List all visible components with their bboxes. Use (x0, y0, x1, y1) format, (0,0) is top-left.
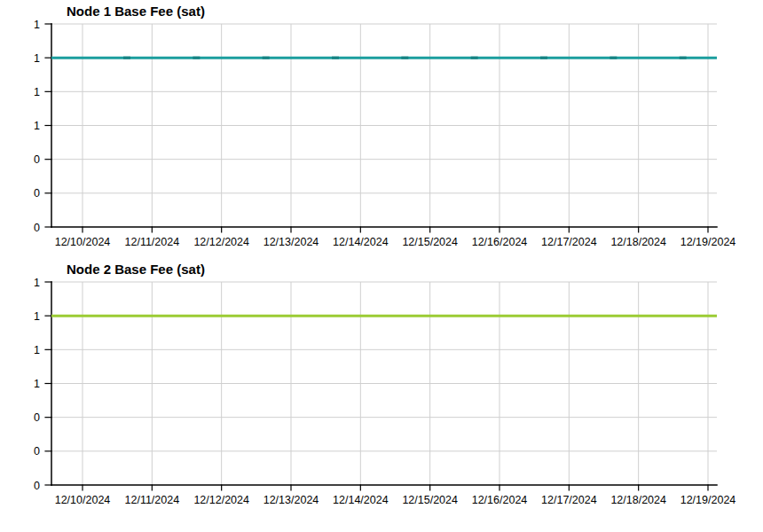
axes (45, 24, 717, 232)
chart-node-2-base-fee: Node 2 Base Fee (sat) 111100012/10/20241… (0, 258, 763, 516)
y-tick-label: 0 (34, 222, 40, 234)
x-tick-label: 12/13/2024 (264, 494, 319, 506)
x-tick-label: 12/10/2024 (55, 494, 111, 506)
x-tick-label: 12/18/2024 (610, 494, 666, 506)
gridlines (52, 282, 717, 485)
y-tick-labels: 1111000 (34, 19, 40, 234)
x-tick-label: 12/19/2024 (680, 236, 736, 248)
x-tick-label: 12/14/2024 (333, 494, 389, 506)
chart-plot-node-1: 111100012/10/202412/11/202412/12/202412/… (0, 0, 763, 258)
x-tick-label: 12/12/2024 (193, 236, 249, 248)
y-tick-label: 0 (34, 411, 40, 424)
x-tick-label: 12/11/2024 (125, 494, 180, 506)
chart-node-1-base-fee: Node 1 Base Fee (sat) 111100012/10/20241… (0, 0, 763, 258)
y-tick-label: 1 (34, 52, 40, 65)
x-tick-label: 12/13/2024 (264, 236, 319, 248)
y-tick-label: 0 (34, 187, 40, 200)
y-tick-label: 1 (34, 378, 40, 390)
x-tick-label: 12/17/2024 (541, 236, 597, 248)
y-tick-label: 0 (34, 153, 40, 166)
x-tick-labels: 12/10/202412/11/202412/12/202412/13/2024… (55, 494, 736, 506)
charts-page: Node 1 Base Fee (sat) 111100012/10/20241… (0, 0, 763, 532)
y-tick-label: 1 (34, 310, 40, 323)
x-tick-label: 12/14/2024 (333, 236, 389, 248)
y-tick-label: 1 (34, 344, 40, 356)
x-tick-label: 12/17/2024 (541, 494, 597, 506)
x-tick-label: 12/15/2024 (402, 236, 458, 248)
gridlines (52, 24, 717, 227)
x-tick-label: 12/11/2024 (125, 236, 180, 248)
chart-plot-node-2: 111100012/10/202412/11/202412/12/202412/… (0, 258, 763, 516)
x-tick-label: 12/16/2024 (472, 494, 528, 506)
x-tick-labels: 12/10/202412/11/202412/12/202412/13/2024… (55, 236, 736, 248)
y-tick-label: 1 (34, 277, 40, 289)
y-tick-label: 1 (34, 86, 40, 98)
x-tick-label: 12/16/2024 (472, 236, 528, 248)
axes (45, 282, 717, 490)
x-tick-label: 12/18/2024 (610, 236, 666, 248)
x-tick-label: 12/10/2024 (55, 236, 111, 248)
x-tick-label: 12/19/2024 (680, 494, 736, 506)
y-tick-label: 1 (34, 19, 40, 31)
y-tick-label: 1 (34, 120, 40, 132)
y-tick-labels: 1111000 (34, 277, 40, 492)
x-tick-label: 12/15/2024 (402, 494, 458, 506)
y-tick-label: 0 (34, 445, 40, 458)
y-tick-label: 0 (34, 480, 40, 492)
x-tick-label: 12/12/2024 (193, 494, 249, 506)
